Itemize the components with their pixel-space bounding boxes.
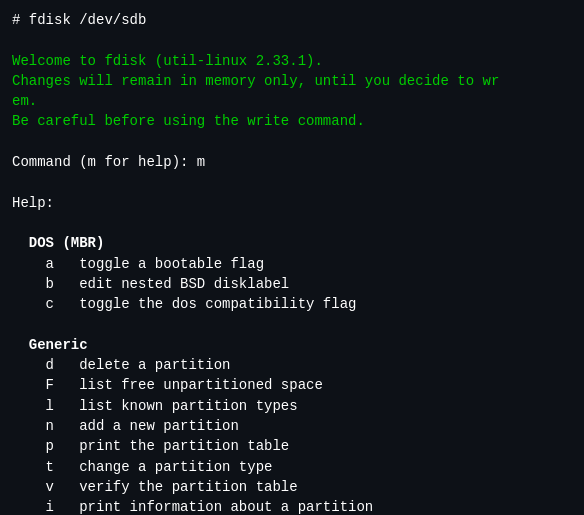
gen-p-line: p print the partition table [12,436,572,456]
blank-line-3 [12,172,572,192]
gen-l-line: l list known partition types [12,396,572,416]
generic-header: Generic [12,335,572,355]
blank-line-4 [12,213,572,233]
welcome-line-4: Be careful before using the write comman… [12,111,572,131]
terminal-window[interactable]: # fdisk /dev/sdb Welcome to fdisk (util-… [0,0,584,515]
gen-n-line: n add a new partition [12,416,572,436]
dos-b-line: b edit nested BSD disklabel [12,274,572,294]
blank-line-2 [12,132,572,152]
dos-header: DOS (MBR) [12,233,572,253]
gen-i-line: i print information about a partition [12,497,572,515]
gen-d-line: d delete a partition [12,355,572,375]
welcome-line-1: Welcome to fdisk (util-linux 2.33.1). [12,51,572,71]
dos-a-line: a toggle a bootable flag [12,254,572,274]
gen-v-line: v verify the partition table [12,477,572,497]
welcome-line-2: Changes will remain in memory only, unti… [12,71,572,91]
command-prompt-line: Command (m for help): m [12,152,572,172]
blank-line-5 [12,314,572,334]
command-line: # fdisk /dev/sdb [12,10,572,30]
welcome-line-3: em. [12,91,572,111]
gen-F-line: F list free unpartitioned space [12,375,572,395]
help-label: Help: [12,193,572,213]
blank-line-1 [12,30,572,50]
gen-t-line: t change a partition type [12,457,572,477]
dos-c-line: c toggle the dos compatibility flag [12,294,572,314]
